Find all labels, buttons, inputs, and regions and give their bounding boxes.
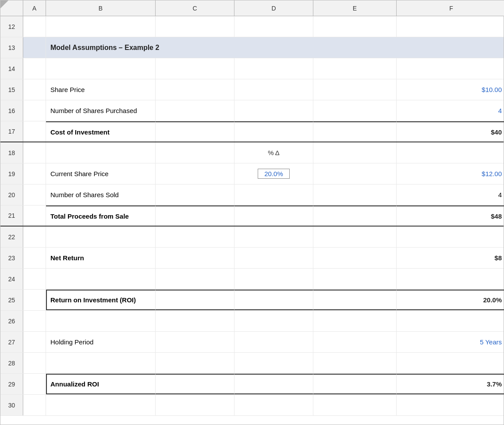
column-header-row: A B C D E F <box>0 0 504 16</box>
table-row: 22 <box>0 227 504 248</box>
table-row: 19 Current Share Price 20.0% $12.00 <box>0 163 504 184</box>
cell-25-D <box>234 290 313 310</box>
row-num-17: 17 <box>0 121 23 142</box>
cell-14-E <box>313 58 397 79</box>
cell-28-C <box>156 353 234 373</box>
row-num-16: 16 <box>0 100 23 121</box>
cell-14-B <box>46 58 156 79</box>
cell-29-B: Annualized ROI <box>46 374 156 394</box>
cell-17-C <box>156 121 234 142</box>
row-num-18: 18 <box>0 142 23 163</box>
col-header-A: A <box>23 0 46 16</box>
cell-20-E <box>313 184 397 205</box>
table-row: 25 Return on Investment (ROI) 20.0% <box>0 290 504 311</box>
row-num-14: 14 <box>0 58 23 79</box>
cell-25-C <box>156 290 234 310</box>
table-row: 27 Holding Period 5 Years <box>0 332 504 353</box>
cell-30-F <box>397 395 504 415</box>
data-rows: 12 13 Model Assumptions – Example 2 14 <box>0 16 504 416</box>
table-row: 20 Number of Shares Sold 4 <box>0 184 504 205</box>
cell-26-B <box>46 311 156 331</box>
row-num-23: 23 <box>0 248 23 268</box>
cell-24-A <box>23 269 46 289</box>
row-num-29: 29 <box>0 374 23 394</box>
cell-27-A <box>23 332 46 352</box>
cell-18-E <box>313 142 397 163</box>
table-row: 21 Total Proceeds from Sale $48 <box>0 205 504 227</box>
col-header-D: D <box>234 0 313 16</box>
table-row: 12 <box>0 16 504 37</box>
cell-30-B <box>46 395 156 415</box>
row-num-22: 22 <box>0 227 23 247</box>
cell-20-B: Number of Shares Sold <box>46 184 156 205</box>
cell-27-D <box>234 332 313 352</box>
cell-27-B: Holding Period <box>46 332 156 352</box>
cell-27-C <box>156 332 234 352</box>
cell-12-A <box>23 16 46 37</box>
cell-19-D[interactable]: 20.0% <box>234 163 313 184</box>
cell-28-A <box>23 353 46 373</box>
cell-18-D: % Δ <box>234 142 313 163</box>
cell-21-C <box>156 205 234 226</box>
cell-21-D <box>234 205 313 226</box>
cell-25-B: Return on Investment (ROI) <box>46 290 156 310</box>
cell-19-C <box>156 163 234 184</box>
cell-23-E <box>313 248 397 268</box>
cell-22-F <box>397 227 504 247</box>
cell-23-D <box>234 248 313 268</box>
table-row: 29 Annualized ROI 3.7% <box>0 374 504 395</box>
table-row: 26 <box>0 311 504 332</box>
row-num-27: 27 <box>0 332 23 352</box>
cell-24-E <box>313 269 397 289</box>
cell-23-F: $8 <box>397 248 504 268</box>
cell-24-F <box>397 269 504 289</box>
cell-24-C <box>156 269 234 289</box>
spreadsheet: A B C D E F 12 13 Model Assumptions – Ex… <box>0 0 504 425</box>
cell-21-F: $48 <box>397 205 504 226</box>
row-num-25: 25 <box>0 290 23 310</box>
cell-26-D <box>234 311 313 331</box>
cell-30-E <box>313 395 397 415</box>
table-row: 28 <box>0 353 504 374</box>
cell-20-D <box>234 184 313 205</box>
cell-23-A <box>23 248 46 268</box>
cell-22-B <box>46 227 156 247</box>
cell-16-E <box>313 100 397 121</box>
cell-16-F: 4 <box>397 100 504 121</box>
cell-22-C <box>156 227 234 247</box>
cell-19-B: Current Share Price <box>46 163 156 184</box>
cell-25-E <box>313 290 397 310</box>
cell-12-D <box>234 16 313 37</box>
cell-14-C <box>156 58 234 79</box>
cell-28-B <box>46 353 156 373</box>
col-header-C: C <box>156 0 234 16</box>
cell-28-F <box>397 353 504 373</box>
cell-22-D <box>234 227 313 247</box>
cell-18-F <box>397 142 504 163</box>
cell-17-F: $40 <box>397 121 504 142</box>
percentage-change-input[interactable]: 20.0% <box>258 169 290 179</box>
row-num-28: 28 <box>0 353 23 373</box>
cell-21-A <box>23 205 46 226</box>
row-num-26: 26 <box>0 311 23 331</box>
cell-22-A <box>23 227 46 247</box>
table-row: 16 Number of Shares Purchased 4 <box>0 100 504 121</box>
col-header-F: F <box>397 0 504 16</box>
cell-16-A <box>23 100 46 121</box>
col-header-E: E <box>313 0 397 16</box>
cell-18-B <box>46 142 156 163</box>
cell-29-A <box>23 374 46 394</box>
cell-30-A <box>23 395 46 415</box>
cell-27-F: 5 Years <box>397 332 504 352</box>
cell-27-E <box>313 332 397 352</box>
cell-15-E <box>313 79 397 100</box>
cell-25-F: 20.0% <box>397 290 504 310</box>
cell-29-E <box>313 374 397 394</box>
table-row: 13 Model Assumptions – Example 2 <box>0 37 504 58</box>
cell-24-D <box>234 269 313 289</box>
cell-12-F <box>397 16 504 37</box>
table-row: 15 Share Price $10.00 <box>0 79 504 100</box>
cell-16-C <box>156 100 234 121</box>
cell-15-F: $10.00 <box>397 79 504 100</box>
table-row: 17 Cost of Investment $40 <box>0 121 504 142</box>
